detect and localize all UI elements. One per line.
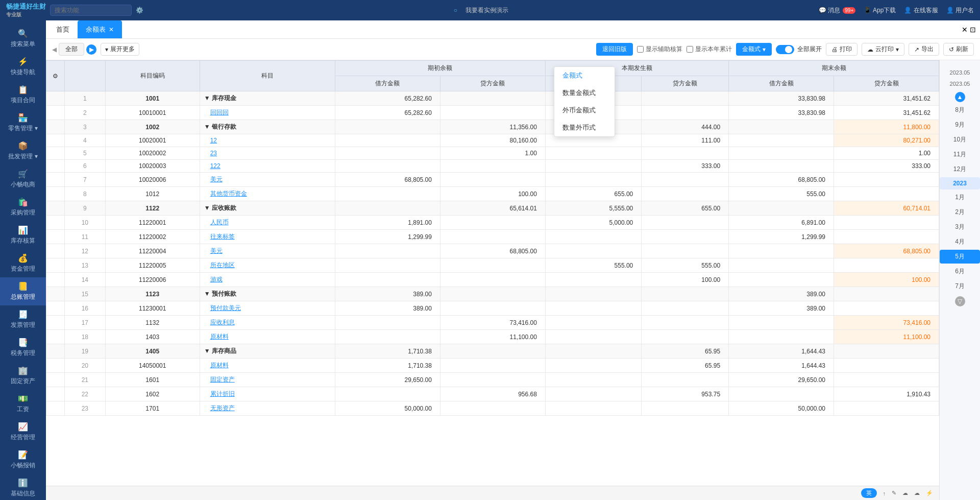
table-container[interactable]: ⚙ 科目编码 科目 期初余额 本期发生额 期末余额 借方金额 贷方金额 bbox=[46, 60, 939, 486]
tab-close-button[interactable]: ✕ bbox=[962, 26, 968, 34]
row-code[interactable]: 1701 bbox=[105, 401, 200, 416]
refresh-btn[interactable]: ↺ 刷新 bbox=[943, 43, 974, 56]
status-lang-btn[interactable]: 英 bbox=[861, 488, 877, 498]
app-download-btn[interactable]: 📱 App下载 bbox=[864, 6, 896, 15]
sidebar-item-finance[interactable]: 💰 资金管理 bbox=[0, 249, 46, 277]
row-code[interactable]: 10010001 bbox=[105, 106, 200, 120]
format-option-foreign-amount[interactable]: 外币金额式 bbox=[554, 102, 615, 119]
status-cloud1-icon[interactable]: ☁ bbox=[902, 490, 908, 496]
month-3[interactable]: 3月 bbox=[940, 220, 980, 234]
sidebar-item-operations[interactable]: 📈 经营管理 bbox=[0, 418, 46, 446]
sidebar-item-assets[interactable]: 🏢 固定资产 bbox=[0, 362, 46, 390]
settings-icon[interactable]: ⚙️ bbox=[136, 7, 143, 14]
month-12[interactable]: 12月 bbox=[940, 162, 980, 176]
format-option-quantity-amount[interactable]: 数量金额式 bbox=[554, 84, 615, 102]
row-code[interactable]: 1403 bbox=[105, 330, 200, 344]
status-up-icon[interactable]: ↑ bbox=[883, 490, 886, 496]
sidebar-item-project[interactable]: 📋 项目合同 bbox=[0, 81, 46, 109]
sidebar-item-search[interactable]: 🔍 搜索菜单 bbox=[0, 25, 46, 53]
expand-toggle-switch[interactable] bbox=[776, 45, 794, 54]
show-assist-check[interactable]: 显示辅助核算 bbox=[637, 45, 682, 54]
row-name[interactable]: 23 bbox=[200, 147, 335, 160]
row-code[interactable]: 11220001 bbox=[105, 216, 200, 230]
row-name[interactable]: 游戏 bbox=[200, 273, 335, 287]
row-name[interactable]: 固定资产 bbox=[200, 373, 335, 387]
show-annual-check[interactable]: 显示本年累计 bbox=[687, 45, 732, 54]
tab-maximize-button[interactable]: ⊡ bbox=[970, 26, 976, 34]
row-code[interactable]: 1602 bbox=[105, 387, 200, 401]
sidebar-item-basic[interactable]: ℹ️ 基础信息 bbox=[0, 474, 46, 500]
month-5[interactable]: 5月 bbox=[940, 250, 980, 264]
demo-link[interactable]: 我要看实例演示 bbox=[465, 6, 508, 15]
row-code[interactable]: 14050001 bbox=[105, 359, 200, 373]
row-name[interactable]: 往来标签 bbox=[200, 230, 335, 244]
sidebar-item-retail[interactable]: 🏪 零售管理 ▾ bbox=[0, 109, 46, 137]
row-name[interactable]: 所在地区 bbox=[200, 258, 335, 273]
row-name[interactable]: 预付款美元 bbox=[200, 301, 335, 316]
format-option-quantity-foreign[interactable]: 数量外币式 bbox=[554, 119, 615, 136]
sidebar-item-ledger[interactable]: 📒 总账管理 bbox=[0, 277, 46, 305]
format-option-amount[interactable]: 金额式 bbox=[554, 67, 615, 84]
back-icon[interactable]: ◀ bbox=[52, 46, 57, 53]
row-code[interactable]: 11220005 bbox=[105, 258, 200, 273]
sidebar-item-inventory[interactable]: 📊 库存核算 bbox=[0, 221, 46, 249]
row-code[interactable]: 11220006 bbox=[105, 273, 200, 287]
row-name[interactable]: 美元 bbox=[200, 244, 335, 258]
row-code[interactable]: 1012 bbox=[105, 187, 200, 201]
collapse-down-btn[interactable]: ▽ bbox=[955, 296, 965, 306]
month-8[interactable]: 8月 bbox=[940, 103, 980, 117]
row-name[interactable]: 美元 bbox=[200, 173, 335, 187]
sidebar-item-ecommerce[interactable]: 🛒 小畅电商 bbox=[0, 165, 46, 193]
row-name[interactable]: 其他货币资金 bbox=[200, 187, 335, 201]
row-name[interactable]: 原材料 bbox=[200, 330, 335, 344]
month-9[interactable]: 9月 bbox=[940, 118, 980, 132]
status-lightning-icon[interactable]: ⚡ bbox=[926, 490, 933, 496]
row-name[interactable]: 回回回 bbox=[200, 106, 335, 120]
status-cloud2-icon[interactable]: ☁ bbox=[914, 490, 920, 496]
export-btn[interactable]: ↗ 导出 bbox=[909, 43, 939, 56]
sidebar-item-shortcut[interactable]: ⚡ 快捷导航 bbox=[0, 53, 46, 81]
month-7[interactable]: 7月 bbox=[940, 279, 980, 293]
row-code[interactable]: 1601 bbox=[105, 373, 200, 387]
row-name[interactable]: 累计折旧 bbox=[200, 387, 335, 401]
tab-close-icon[interactable]: ✕ bbox=[109, 26, 114, 33]
row-name[interactable]: 无形资产 bbox=[200, 401, 335, 416]
row-code[interactable]: 10020006 bbox=[105, 173, 200, 187]
month-4[interactable]: 4月 bbox=[940, 235, 980, 249]
nav-forward-btn[interactable]: ▶ bbox=[86, 44, 96, 55]
status-edit-icon[interactable]: ✎ bbox=[892, 490, 896, 496]
month-6[interactable]: 6月 bbox=[940, 265, 980, 278]
tab-home[interactable]: 首页 bbox=[50, 20, 76, 38]
messages-btn[interactable]: 💬 消息 99+ bbox=[819, 6, 856, 15]
row-code[interactable]: 11230001 bbox=[105, 301, 200, 316]
row-code[interactable]: 11220004 bbox=[105, 244, 200, 258]
row-code[interactable]: 10020002 bbox=[105, 147, 200, 160]
row-name[interactable]: 人民币 bbox=[200, 216, 335, 230]
row-code[interactable]: 10020003 bbox=[105, 160, 200, 173]
online-service-btn[interactable]: 👤 在线客服 bbox=[904, 6, 938, 15]
row-code[interactable]: 1132 bbox=[105, 316, 200, 330]
user-menu[interactable]: 👤 用户名 bbox=[946, 6, 974, 15]
year-2023[interactable]: 2023 bbox=[940, 177, 980, 189]
month-2[interactable]: 2月 bbox=[940, 205, 980, 219]
row-code[interactable]: 10020001 bbox=[105, 134, 200, 147]
expand-more-btn[interactable]: ▾ 展开更多 bbox=[101, 43, 139, 56]
row-code[interactable]: 11220002 bbox=[105, 230, 200, 244]
all-filter-btn[interactable]: 全部 bbox=[59, 43, 84, 56]
month-10[interactable]: 10月 bbox=[940, 133, 980, 147]
format-dropdown-btn[interactable]: 金额式 ▾ bbox=[736, 43, 772, 56]
row-name[interactable]: 12 bbox=[200, 134, 335, 147]
row-name[interactable]: 原材料 bbox=[200, 359, 335, 373]
sidebar-item-invoice[interactable]: 🧾 发票管理 bbox=[0, 305, 46, 334]
cloud-print-btn[interactable]: ☁ 云打印 ▾ bbox=[862, 43, 904, 56]
month-11[interactable]: 11月 bbox=[940, 148, 980, 161]
settings-col-header[interactable]: ⚙ bbox=[46, 61, 65, 91]
search-input[interactable] bbox=[50, 5, 132, 16]
return-old-btn[interactable]: 退回旧版 bbox=[596, 43, 633, 56]
print-btn[interactable]: 🖨 打印 bbox=[826, 43, 857, 56]
sidebar-item-tax[interactable]: 📑 税务管理 bbox=[0, 334, 46, 362]
sidebar-item-report[interactable]: 📝 小畅报销 bbox=[0, 446, 46, 474]
row-name[interactable]: 122 bbox=[200, 160, 335, 173]
sidebar-item-purchase[interactable]: 🛍️ 采购管理 bbox=[0, 193, 46, 221]
month-1[interactable]: 1月 bbox=[940, 191, 980, 204]
